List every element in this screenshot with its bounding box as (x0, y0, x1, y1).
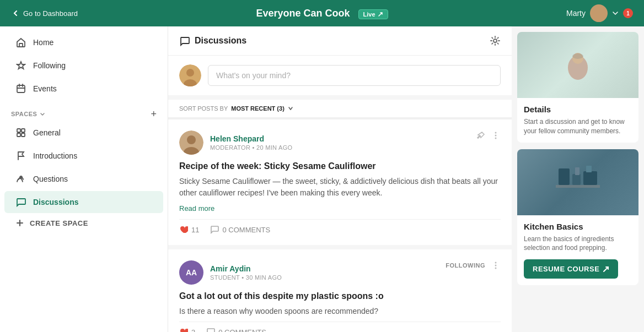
course-title-area: Everyone Can Cook Live (78, 8, 566, 19)
community-card-desc: Start a discussion and get to know your … (524, 117, 632, 136)
user-avatar-icon (590, 4, 608, 22)
calendar-icon (15, 83, 26, 94)
events-label: Events (33, 84, 57, 93)
feed-title-text: Discussions (195, 36, 246, 46)
general-label: General (33, 128, 61, 137)
sidebar-item-introductions[interactable]: Introductions (4, 145, 163, 167)
community-card: Details Start a discussion and get to kn… (517, 32, 638, 143)
course-card-body: Kitchen Basics Learn the basics of ingre… (517, 215, 638, 286)
svg-point-19 (495, 262, 497, 264)
heart-icon (179, 328, 188, 332)
svg-point-24 (572, 53, 583, 59)
introductions-label: Introductions (33, 151, 77, 160)
notification-badge[interactable]: 1 (623, 8, 633, 18)
svg-point-17 (495, 135, 497, 137)
post-card: Helen Shepard MODERATOR • 20 MIN AGO (168, 119, 512, 245)
community-card-body: Details Start a discussion and get to kn… (517, 98, 638, 143)
chat-icon (15, 197, 26, 208)
chevron-down-icon (39, 111, 46, 117)
back-link[interactable]: Go to Dashboard (11, 9, 78, 18)
sidebar-item-general[interactable]: General (4, 122, 163, 144)
comments-stat[interactable]: 0 COMMENTS (206, 328, 266, 332)
resume-course-button[interactable]: RESUME COURSE (524, 259, 618, 279)
compose-input[interactable]: What's on your mind? (208, 65, 501, 86)
sort-chevron-icon[interactable] (288, 106, 293, 111)
external-link-icon (603, 266, 609, 273)
svg-rect-2 (19, 43, 23, 47)
post-avatar-initials: AA (179, 260, 203, 285)
likes-stat[interactable]: 3 (179, 328, 195, 332)
post-author-info: Helen Shepard MODERATOR • 20 MIN AGO (179, 130, 292, 155)
svg-rect-5 (22, 129, 25, 132)
post-author-meta: STUDENT • 30 MIN AGO (210, 274, 282, 281)
svg-point-9 (493, 39, 497, 42)
svg-point-1 (593, 16, 604, 22)
post-author-meta: MODERATOR • 20 MIN AGO (210, 144, 292, 151)
post-avatar (179, 130, 203, 155)
post-header: Helen Shepard MODERATOR • 20 MIN AGO (179, 130, 501, 155)
sidebar-item-home[interactable]: Home (4, 31, 163, 53)
user-name: Marty (566, 9, 586, 18)
community-card-image (517, 32, 638, 98)
community-card-title: Details (524, 105, 632, 114)
svg-rect-29 (586, 166, 592, 172)
grid-icon (15, 127, 26, 138)
sort-label: SORT POSTS BY (179, 105, 228, 112)
main-layout: Home Following Events SPACES (0, 26, 644, 332)
svg-rect-28 (583, 171, 597, 185)
svg-rect-7 (22, 133, 25, 137)
external-link-icon (378, 12, 383, 17)
post-author-name[interactable]: Helen Shepard (210, 134, 292, 143)
post-actions: FOLLOWING (446, 260, 501, 270)
course-card-desc: Learn the basics of ingredients selectio… (524, 235, 632, 253)
likes-stat[interactable]: 11 (179, 225, 199, 234)
svg-point-20 (495, 265, 497, 266)
sidebar-item-following[interactable]: Following (4, 55, 163, 77)
chevron-down-icon[interactable] (612, 10, 619, 17)
avatar[interactable] (590, 4, 608, 22)
svg-point-16 (495, 132, 497, 134)
more-options-icon[interactable] (491, 260, 501, 270)
compose-area: What's on your mind? (168, 56, 512, 100)
post-body: Is there a reason why wooden spoons are … (179, 306, 501, 317)
pin-icon[interactable] (476, 131, 485, 140)
comment-icon (210, 225, 219, 234)
person-cooking-illustration (561, 48, 594, 81)
post-title: Got a lot out of this despite my plastic… (179, 291, 501, 301)
add-space-button[interactable]: + (151, 109, 157, 119)
sidebar-item-questions[interactable]: Questions (4, 168, 163, 190)
comments-count: 0 COMMENTS (222, 226, 270, 234)
comments-stat[interactable]: 0 COMMENTS (210, 225, 270, 234)
svg-point-14 (187, 135, 196, 144)
svg-point-11 (186, 69, 194, 77)
likes-count: 11 (191, 226, 199, 234)
back-icon (11, 9, 20, 18)
post-actions (476, 130, 501, 140)
plus-icon (15, 219, 24, 227)
create-space-label: CREATE SPACE (30, 219, 88, 227)
settings-icon[interactable] (490, 35, 501, 46)
post-author-details: Amir Aydin STUDENT • 30 MIN AGO (210, 264, 282, 281)
course-card-image (517, 149, 638, 215)
post-author-name[interactable]: Amir Aydin (210, 264, 282, 273)
read-more-link[interactable]: Read more (179, 204, 214, 213)
course-card-title: Kitchen Basics (524, 222, 632, 231)
post-author-details: Helen Shepard MODERATOR • 20 MIN AGO (210, 134, 292, 151)
spaces-label: SPACES (11, 111, 46, 117)
svg-point-0 (595, 8, 602, 14)
more-options-icon[interactable] (491, 130, 501, 140)
create-space-button[interactable]: CREATE SPACE (4, 214, 163, 232)
post-header: AA Amir Aydin STUDENT • 30 MIN AGO FOLLO… (179, 260, 501, 285)
heart-icon (179, 225, 188, 234)
sort-value[interactable]: MOST RECENT (3) (231, 105, 285, 112)
sidebar-item-discussions[interactable]: Discussions (4, 191, 163, 213)
course-title: Everyone Can Cook (256, 8, 350, 19)
user-area: Marty 1 (566, 4, 633, 22)
post-footer: 3 0 COMMENTS (179, 322, 501, 332)
kitchen-illustration (556, 163, 600, 202)
sidebar-item-events[interactable]: Events (4, 78, 163, 100)
following-badge: FOLLOWING (446, 262, 485, 269)
signal-icon (15, 173, 26, 184)
right-panel: Details Start a discussion and get to kn… (512, 26, 644, 332)
svg-rect-6 (17, 133, 20, 137)
